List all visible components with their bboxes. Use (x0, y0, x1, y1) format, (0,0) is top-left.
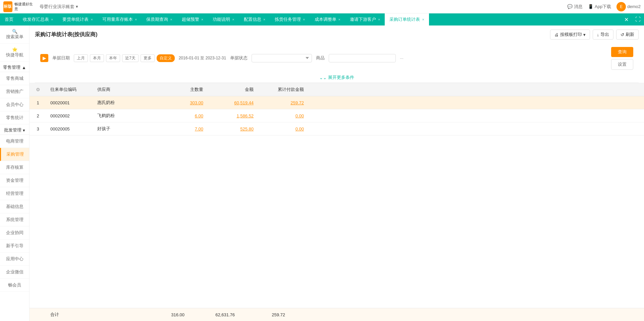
sidebar-operations-label: 经营管理 (0, 191, 29, 197)
sidebar-item-system[interactable]: 系统管理 (0, 213, 29, 226)
top-bar-center: 母婴行业演示账套 ▾ (33, 4, 567, 10)
tab-home-label: 首页 (5, 16, 13, 22)
tab-purchase-summary[interactable]: 采购订单统计表 × (385, 13, 429, 25)
chevron-down-icon: ▾ (23, 128, 25, 133)
sidebar-item-new-guide[interactable]: 新手引导 (0, 239, 29, 253)
gear-icon[interactable]: ⚙ (36, 87, 40, 92)
tab-function-desc[interactable]: 功能说明 × (208, 13, 239, 25)
tab-available-stock-label: 可用量库存账本 (102, 16, 133, 22)
sidebar-item-finance[interactable]: 资金管理 (0, 174, 29, 187)
chip-custom[interactable]: 自定义 (157, 54, 175, 62)
tab-receive-summary-close[interactable]: × (51, 17, 53, 21)
tab-overstock-warning-close[interactable]: × (201, 17, 203, 21)
chip-this-month[interactable]: 本月 (90, 54, 104, 62)
tab-receive-summary[interactable]: 收发存汇总表 × (18, 13, 58, 25)
sidebar-item-enterprise-wechat[interactable]: 企业微信 (0, 266, 29, 279)
maximize-button[interactable]: ⛶ (632, 16, 644, 22)
date-filter-label: 单据日期 (52, 55, 70, 61)
tab-invite-downstream-close[interactable]: × (378, 17, 380, 21)
tab-picking-task-close[interactable]: × (303, 17, 305, 21)
goods-input[interactable] (329, 54, 396, 62)
amount-link[interactable]: 1,586.52 (236, 113, 254, 118)
row-extra (308, 96, 644, 109)
sidebar-enterprise-wechat-label: 企业微信 (0, 269, 29, 275)
sidebar-item-retail[interactable]: 零售管理 ▲ (0, 62, 29, 72)
close-all-tabs-button[interactable]: ✕ (621, 16, 632, 23)
company-selector[interactable]: 母婴行业演示账套 ▾ (40, 4, 79, 10)
user-initial: E (620, 4, 623, 9)
paid-link[interactable]: 0.00 (296, 126, 304, 131)
page-title-row: 采购订单统计表(按供应商) 🖨 按模板打印 ▾ ↓ 导出 ↺ 刷新 (35, 30, 639, 40)
tab-purchase-summary-close[interactable]: × (422, 17, 424, 21)
tab-cost-adjust[interactable]: 成本调整单 × (310, 13, 345, 25)
chip-this-year[interactable]: 本年 (106, 54, 120, 62)
row-amount: 60,519.44 (207, 96, 258, 109)
sidebar-item-marketing[interactable]: 营销推广 (0, 85, 29, 98)
chip-7days[interactable]: 近7天 (122, 54, 139, 62)
row-extra (308, 109, 644, 122)
query-button[interactable]: 查询 (611, 47, 633, 57)
sidebar-item-app-center[interactable]: 应用中心 (0, 253, 29, 266)
tab-config-info[interactable]: 配置信息 × (239, 13, 270, 25)
refresh-button[interactable]: ↺ 刷新 (616, 30, 639, 40)
qty-link[interactable]: 6.00 (195, 113, 203, 118)
expand-more-bar: ⌄⌄ 展开更多条件 (35, 72, 639, 83)
tab-config-info-close[interactable]: × (263, 17, 265, 21)
table-row[interactable]: 3 00020005 好孩子 7.00 525.80 0.00 (30, 122, 644, 136)
nav-tabs: 首页 收发存汇总表 × 要货单统计表 × 可用量库存账本 × 保质期查询 × 超… (0, 13, 644, 25)
tab-available-stock[interactable]: 可用量库存账本 × (98, 13, 142, 25)
message-button[interactable]: 💬 消息 (567, 4, 583, 10)
expand-chevron-icon: ⌄⌄ (319, 75, 327, 80)
status-select[interactable] (252, 54, 312, 62)
sidebar-retail-stats-label: 零售统计 (0, 115, 29, 121)
tab-cost-adjust-close[interactable]: × (338, 17, 340, 21)
chip-more[interactable]: 更多 (141, 54, 155, 62)
table-row[interactable]: 2 00020002 飞鹤奶粉 6.00 1,586.52 0.00 (30, 109, 644, 122)
sidebar-item-retail-stats[interactable]: 零售统计 (0, 111, 29, 124)
sidebar-item-ecommerce[interactable]: 电商管理 (0, 135, 29, 148)
expand-more-button[interactable]: ⌄⌄ 展开更多条件 (319, 74, 354, 81)
qty-link[interactable]: 303.00 (190, 100, 203, 105)
chip-last-month[interactable]: 上月 (74, 54, 88, 62)
tab-invite-downstream[interactable]: 邀请下游客户 × (345, 13, 385, 25)
col-header-extra (308, 83, 644, 96)
tab-function-desc-close[interactable]: × (232, 17, 234, 21)
sidebar-item-purchase[interactable]: 采购管理 (0, 148, 29, 161)
sidebar-item-wholesale[interactable]: 批发管理 ▾ (0, 124, 29, 135)
paid-link[interactable]: 259.72 (290, 100, 304, 105)
qty-link[interactable]: 7.00 (195, 126, 203, 131)
row-seq: 1 (30, 96, 46, 109)
sidebar-item-retail-shop[interactable]: 零售商城 (0, 72, 29, 85)
paid-link[interactable]: 0.00 (296, 113, 304, 118)
export-button[interactable]: ↓ 导出 (593, 30, 614, 40)
tab-picking-task[interactable]: 拣货任务管理 × (270, 13, 310, 25)
goods-more-dots[interactable]: ··· (400, 56, 404, 61)
tab-available-stock-close[interactable]: × (135, 17, 137, 21)
chevron-down-icon: ▾ (76, 4, 78, 9)
app-download-button[interactable]: 📱 App下载 (588, 4, 611, 10)
tab-shelf-life[interactable]: 保质期查询 × (142, 13, 177, 25)
sidebar-item-inventory[interactable]: 库存核算 (0, 161, 29, 174)
tab-home[interactable]: 首页 (0, 13, 18, 25)
sidebar-item-basic-info[interactable]: 基础信息 (0, 200, 29, 213)
sidebar-item-search[interactable]: 🔍 搜索菜单 (0, 25, 29, 44)
sidebar-enterprise-label: 企业协同 (0, 230, 29, 236)
sidebar-item-member2[interactable]: 畅会员 (0, 279, 29, 292)
tab-shelf-life-close[interactable]: × (170, 17, 172, 21)
sidebar-item-enterprise[interactable]: 企业协同 (0, 226, 29, 239)
sidebar-item-operations[interactable]: 经营管理 (0, 187, 29, 200)
template-print-button[interactable]: 🖨 按模板打印 ▾ (550, 30, 590, 40)
amount-link[interactable]: 60,519.44 (234, 100, 254, 105)
tab-overstock-warning[interactable]: 超储预警 × (177, 13, 208, 25)
filter-toggle-button[interactable]: ▶ (40, 54, 48, 62)
amount-link[interactable]: 525.80 (240, 126, 254, 131)
settings-button[interactable]: 设置 (611, 59, 633, 70)
sidebar-marketing-label: 营销推广 (0, 89, 29, 95)
table-row[interactable]: 1 00020001 惠氏奶粉 303.00 60,519.44 259.72 (30, 96, 644, 109)
tab-order-summary-close[interactable]: × (91, 17, 93, 21)
user-profile[interactable]: E demo2 (616, 2, 641, 11)
chevron-icon: ▲ (22, 65, 26, 70)
sidebar-item-member[interactable]: 会员中心 (0, 98, 29, 111)
tab-order-summary[interactable]: 要货单统计表 × (58, 13, 97, 25)
sidebar-item-quick-nav[interactable]: ⭐ 快捷导航 (0, 44, 29, 62)
